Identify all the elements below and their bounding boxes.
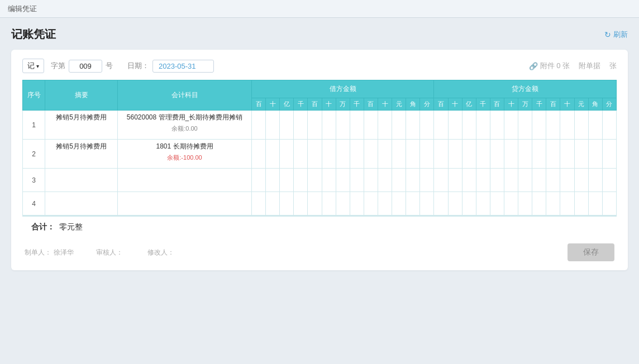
debit-digit-cell[interactable]: [252, 169, 266, 192]
credit-digit-cell[interactable]: [476, 140, 490, 169]
credit-digit-cell[interactable]: [588, 192, 602, 215]
credit-digit-cell[interactable]: [504, 169, 518, 192]
credit-digit-cell[interactable]: [462, 111, 476, 140]
debit-digit-cell[interactable]: [364, 111, 378, 140]
refresh-button[interactable]: ↻ 刷新: [604, 30, 628, 40]
debit-digit-cell[interactable]: [308, 140, 322, 169]
credit-digit-cell[interactable]: [490, 140, 504, 169]
credit-digit-cell[interactable]: [462, 192, 476, 215]
debit-digit-cell[interactable]: [336, 169, 350, 192]
summary-cell[interactable]: 摊销5月待摊费用: [45, 111, 118, 140]
debit-digit-cell[interactable]: [336, 140, 350, 169]
zi-number-input[interactable]: [69, 60, 102, 73]
credit-digit-cell[interactable]: [546, 140, 560, 169]
debit-digit-cell[interactable]: [350, 111, 364, 140]
debit-digit-cell[interactable]: [294, 140, 308, 169]
credit-digit-cell[interactable]: [434, 192, 448, 215]
date-input[interactable]: [152, 60, 214, 73]
credit-digit-cell[interactable]: [546, 192, 560, 215]
debit-digit-cell[interactable]: [378, 192, 392, 215]
debit-digit-cell[interactable]: [392, 192, 406, 215]
debit-digit-cell[interactable]: [364, 169, 378, 192]
credit-digit-cell[interactable]: [462, 140, 476, 169]
credit-digit-cell[interactable]: [560, 192, 574, 215]
debit-digit-cell[interactable]: [280, 140, 294, 169]
credit-digit-cell[interactable]: [462, 169, 476, 192]
debit-digit-cell[interactable]: [364, 140, 378, 169]
debit-digit-cell[interactable]: [308, 192, 322, 215]
credit-digit-cell[interactable]: [518, 169, 532, 192]
credit-digit-cell[interactable]: [518, 111, 532, 140]
credit-digit-cell[interactable]: [546, 111, 560, 140]
debit-digit-cell[interactable]: [420, 169, 434, 192]
credit-digit-cell[interactable]: [574, 192, 588, 215]
debit-digit-cell[interactable]: [322, 140, 336, 169]
credit-digit-cell[interactable]: [476, 169, 490, 192]
debit-digit-cell[interactable]: [392, 169, 406, 192]
debit-digit-cell[interactable]: [280, 192, 294, 215]
debit-digit-cell[interactable]: [280, 169, 294, 192]
credit-digit-cell[interactable]: [574, 111, 588, 140]
debit-digit-cell[interactable]: [322, 111, 336, 140]
credit-digit-cell[interactable]: [490, 169, 504, 192]
account-cell[interactable]: [118, 192, 252, 215]
fudanju-button[interactable]: 附单据: [579, 61, 600, 71]
debit-digit-cell[interactable]: [266, 111, 280, 140]
debit-digit-cell[interactable]: [308, 169, 322, 192]
credit-digit-cell[interactable]: [518, 192, 532, 215]
debit-digit-cell[interactable]: [378, 140, 392, 169]
debit-digit-cell[interactable]: [294, 111, 308, 140]
debit-digit-cell[interactable]: [420, 192, 434, 215]
debit-digit-cell[interactable]: [406, 192, 420, 215]
account-cell[interactable]: 1801 长期待摊费用余额:-100.00: [118, 140, 252, 169]
debit-digit-cell[interactable]: [406, 169, 420, 192]
debit-digit-cell[interactable]: [336, 111, 350, 140]
debit-digit-cell[interactable]: [266, 140, 280, 169]
credit-digit-cell[interactable]: [518, 140, 532, 169]
debit-digit-cell[interactable]: [420, 140, 434, 169]
ji-type-button[interactable]: 记 ▾: [22, 59, 44, 73]
debit-digit-cell[interactable]: [322, 192, 336, 215]
credit-digit-cell[interactable]: [532, 169, 546, 192]
credit-digit-cell[interactable]: [602, 192, 616, 215]
account-cell[interactable]: [118, 169, 252, 192]
credit-digit-cell[interactable]: [504, 111, 518, 140]
debit-digit-cell[interactable]: [280, 111, 294, 140]
credit-digit-cell[interactable]: [602, 169, 616, 192]
credit-digit-cell[interactable]: [476, 192, 490, 215]
credit-digit-cell[interactable]: [448, 169, 462, 192]
credit-digit-cell[interactable]: [588, 111, 602, 140]
credit-digit-cell[interactable]: [504, 140, 518, 169]
debit-digit-cell[interactable]: [406, 111, 420, 140]
debit-digit-cell[interactable]: [350, 192, 364, 215]
credit-digit-cell[interactable]: [448, 140, 462, 169]
account-cell[interactable]: 56020008 管理费用_长期待摊费用摊销余额:0.00: [118, 111, 252, 140]
debit-digit-cell[interactable]: [266, 169, 280, 192]
debit-digit-cell[interactable]: [392, 111, 406, 140]
debit-digit-cell[interactable]: [252, 192, 266, 215]
debit-digit-cell[interactable]: [252, 140, 266, 169]
credit-digit-cell[interactable]: [490, 111, 504, 140]
credit-digit-cell[interactable]: [574, 140, 588, 169]
credit-digit-cell[interactable]: [434, 111, 448, 140]
credit-digit-cell[interactable]: [588, 140, 602, 169]
credit-digit-cell[interactable]: [588, 169, 602, 192]
credit-digit-cell[interactable]: [490, 192, 504, 215]
debit-digit-cell[interactable]: [378, 111, 392, 140]
debit-digit-cell[interactable]: [294, 192, 308, 215]
debit-digit-cell[interactable]: [252, 111, 266, 140]
credit-digit-cell[interactable]: [560, 169, 574, 192]
debit-digit-cell[interactable]: [336, 192, 350, 215]
save-button[interactable]: 保存: [568, 243, 614, 261]
credit-digit-cell[interactable]: [602, 111, 616, 140]
debit-digit-cell[interactable]: [392, 140, 406, 169]
credit-digit-cell[interactable]: [532, 111, 546, 140]
credit-digit-cell[interactable]: [532, 192, 546, 215]
debit-digit-cell[interactable]: [322, 169, 336, 192]
credit-digit-cell[interactable]: [434, 140, 448, 169]
credit-digit-cell[interactable]: [560, 111, 574, 140]
summary-cell[interactable]: [45, 192, 118, 215]
debit-digit-cell[interactable]: [378, 169, 392, 192]
debit-digit-cell[interactable]: [406, 140, 420, 169]
credit-digit-cell[interactable]: [560, 140, 574, 169]
